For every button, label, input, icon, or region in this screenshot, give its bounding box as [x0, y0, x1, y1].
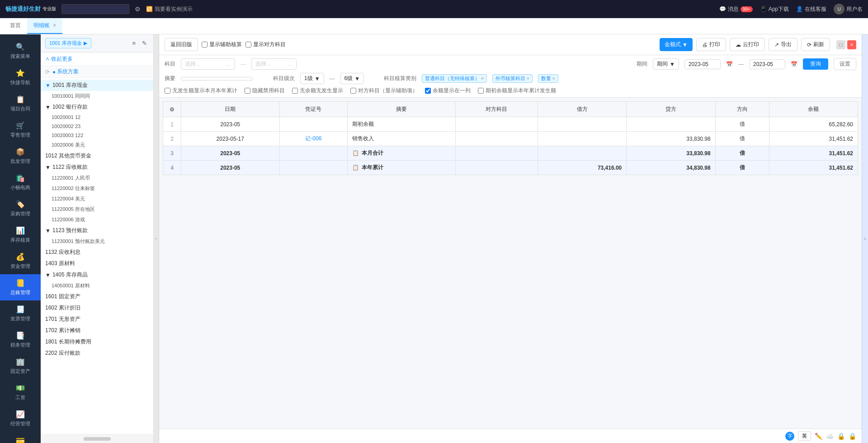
print-btn[interactable]: 🖨 打印	[696, 38, 726, 51]
sidebar-item-tax[interactable]: 📑 税务管理	[0, 327, 41, 353]
period-calendar-icon-2[interactable]: 📅	[791, 61, 797, 67]
tree-node-1801[interactable]: 1801 长期待摊费用	[41, 336, 153, 348]
tree-node-10020006[interactable]: 10020006 美元	[41, 140, 153, 150]
checkbox-opening-ytd[interactable]: 期初余额显示本年累计发生额	[478, 87, 556, 95]
sidebar-item-assets[interactable]: 🏢 固定资产	[0, 353, 41, 379]
return-old-btn[interactable]: 返回旧版	[165, 38, 198, 51]
tree-node-11220005[interactable]: 11220005 所在地区	[41, 204, 153, 214]
sidebar-item-invoice[interactable]: 🧾 发票管理	[0, 300, 41, 327]
tree-node-1701[interactable]: 1701 无形资产	[41, 314, 153, 325]
sidebar-item-fund[interactable]: 💰 资金管理	[0, 248, 41, 274]
checkbox-no-balance-input[interactable]	[165, 88, 170, 94]
sidebar-item-salary[interactable]: 💵 工资	[0, 379, 41, 405]
tree-node-1012[interactable]: 1012 其他货币资金	[41, 150, 153, 162]
sidebar-item-project[interactable]: 📋 项目合同	[0, 91, 41, 117]
query-btn[interactable]: 查询	[803, 58, 828, 70]
tree-node-10020001[interactable]: 10020001 12	[41, 113, 153, 122]
search-input[interactable]	[61, 4, 129, 14]
tree-node-1702[interactable]: 1702 累计摊销	[41, 325, 153, 336]
period-type-select[interactable]: 期间 ▼	[653, 58, 679, 70]
sidebar-item-ledger[interactable]: 📒 总账管理	[0, 274, 41, 300]
right-side-collapse[interactable]: ›	[862, 34, 868, 443]
sidebar-item-ecommerce[interactable]: 🛍️ 小畅电商	[0, 169, 41, 195]
sidebar-item-search[interactable]: 🔍 搜索菜单	[0, 38, 41, 64]
tree-node-1132[interactable]: 1132 应收利息	[41, 247, 153, 258]
demo-link[interactable]: 🔁 我要看实例演示	[146, 5, 193, 13]
tag-close-icon-1[interactable]: ×	[527, 76, 529, 81]
cloud-print-btn[interactable]: ☁ 云打印	[730, 38, 765, 51]
tree-node-1405[interactable]: ▼ 1405 库存商品	[41, 269, 153, 281]
tab-detail[interactable]: 明细账 ×	[27, 18, 62, 34]
checkbox-balance-one-col-input[interactable]	[425, 88, 431, 94]
tree-node-1403[interactable]: 1403 原材料	[41, 258, 153, 269]
selected-account-display[interactable]: 1001 库存现金 ▶	[45, 38, 91, 48]
cloud-icon[interactable]: ☁️	[826, 433, 834, 440]
checkbox-no-balance[interactable]: 无发生额显示本月本年累计	[165, 87, 237, 95]
checkbox-hide-disabled-input[interactable]	[245, 88, 250, 94]
user-area[interactable]: U 用户名	[834, 4, 863, 14]
checkbox-balance-one-col[interactable]: 余额显示在一列	[425, 87, 471, 95]
tree-node-11220001[interactable]: 11220001 人民币	[41, 173, 153, 183]
tree-node-1602[interactable]: 1602 累计折旧	[41, 302, 153, 314]
summary-input[interactable]	[181, 77, 253, 81]
checkbox-contra-aux[interactable]: 对方科目（显示辅助项）	[350, 87, 418, 95]
tag-close-icon-2[interactable]: ×	[552, 76, 555, 81]
tree-node-2202[interactable]: 2202 应付账款	[41, 348, 153, 359]
export-btn[interactable]: ↗ 导出	[769, 38, 797, 51]
left-panel-hscroll[interactable]	[41, 434, 153, 443]
tree-node-10010001[interactable]: 10010001 同同同	[41, 91, 153, 101]
message-btn[interactable]: 💬 消息 99+	[719, 5, 753, 13]
tree-node-11220002[interactable]: 11220002 往来标签	[41, 183, 153, 194]
checkbox-opening-ytd-input[interactable]	[478, 88, 484, 94]
tree-node-1123[interactable]: ▼ 1123 预付账款	[41, 225, 153, 236]
tag-close-icon-0[interactable]: ×	[481, 76, 484, 81]
lock-icon-1[interactable]: 🔒	[837, 433, 845, 440]
tree-node-1002[interactable]: ▼ 1002 银行存款	[41, 101, 153, 113]
sidebar-item-wholesale[interactable]: 📦 批发管理	[0, 143, 41, 169]
tree-node-10020003[interactable]: 10020003 122	[41, 131, 153, 140]
category-tag-0[interactable]: 普通科目（无特殊核算） ×	[422, 74, 487, 83]
row-voucher-2[interactable]: 记-006	[279, 132, 348, 146]
refresh-btn[interactable]: ⟳ 刷新	[801, 38, 830, 51]
tree-node-1122[interactable]: ▼ 1122 应收账款	[41, 162, 153, 173]
checkbox-no-occurrence-input[interactable]	[292, 88, 298, 94]
tree-node-1001[interactable]: ▼ 1001 库存现金	[41, 80, 153, 91]
lock-icon-2[interactable]: 🔒	[849, 433, 856, 440]
tree-node-14050001[interactable]: 14050001 原材料	[41, 281, 153, 291]
auxiliary-checkbox-input[interactable]	[202, 42, 208, 48]
scheme-btn[interactable]: ● 系统方案	[52, 68, 79, 76]
tree-nav-icon[interactable]: ≡	[130, 39, 137, 48]
sidebar-item-purchase[interactable]: 🏷️ 采购管理	[0, 195, 41, 222]
subject-input-2[interactable]: 选择... …	[251, 58, 297, 70]
tab-close-icon[interactable]: ×	[53, 22, 56, 29]
period-to-input[interactable]: 2023-05	[749, 59, 785, 69]
checkbox-contra-aux-input[interactable]	[350, 88, 356, 94]
period-calendar-icon[interactable]: 📅	[726, 61, 733, 67]
subject-input[interactable]: 选择... …	[181, 58, 235, 70]
sidebar-item-retail[interactable]: 🛒 零售管理	[0, 117, 41, 143]
checkbox-no-occurrence[interactable]: 无余额无发生显示	[292, 87, 343, 95]
sidebar-item-quick-nav[interactable]: ⭐ 快捷导航	[0, 64, 41, 91]
app-download-btn[interactable]: 📱 App下载	[760, 5, 789, 13]
format-dropdown[interactable]: 金额式 ▼	[660, 38, 693, 51]
online-service-btn[interactable]: 👤 在线客服	[796, 5, 826, 13]
sidebar-item-expense[interactable]: 💳 小畅报销	[0, 432, 41, 443]
sidebar-item-inventory[interactable]: 📊 库存核算	[0, 222, 41, 248]
tree-node-1601[interactable]: 1601 固定资产	[41, 291, 153, 302]
level-to-select[interactable]: 6级 ▼	[340, 73, 364, 84]
tree-node-11230001[interactable]: 11230001 预付账款美元	[41, 236, 153, 247]
settings-icon[interactable]: ⚙	[135, 5, 141, 13]
collapse-filter-btn[interactable]: ∧ 收起更多	[45, 55, 73, 63]
checkbox-hide-disabled[interactable]: 隐藏禁用科目	[245, 87, 285, 95]
tab-home[interactable]: 首页	[4, 18, 27, 34]
contra-checkbox-input[interactable]	[245, 42, 251, 48]
lang-btn[interactable]: 英	[798, 431, 811, 441]
tree-node-11220004[interactable]: 11220004 美元	[41, 194, 153, 204]
edit-icon[interactable]: ✏️	[815, 433, 822, 440]
voucher-link-2[interactable]: 记-006	[305, 135, 321, 142]
tree-node-10020002[interactable]: 10020002 23	[41, 122, 153, 131]
category-tag-2[interactable]: 数量 ×	[538, 74, 558, 83]
category-tag-1[interactable]: 外币核算科目 ×	[492, 74, 533, 83]
translate-icon[interactable]: 字	[785, 432, 794, 441]
close-btn[interactable]: ×	[847, 40, 856, 49]
